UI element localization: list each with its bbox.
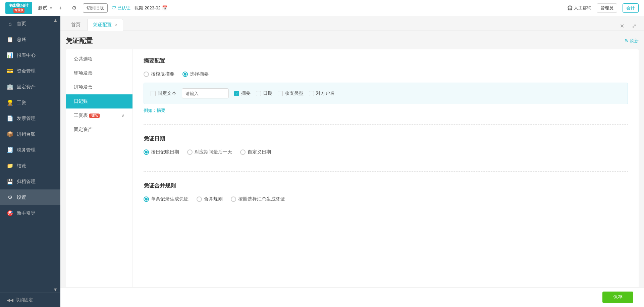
sidebar-label-cash: 资金管理	[17, 68, 36, 74]
sidebar-label-trade: 进销台账	[17, 131, 36, 137]
config-nav-sales-invoice[interactable]: 销项发票	[66, 66, 132, 80]
sidebar-item-invoice[interactable]: 📄 发票管理	[0, 111, 60, 126]
checkbox-summary[interactable]: ✓ 摘要	[234, 90, 251, 96]
summary-label: 摘要	[241, 90, 251, 96]
sidebar-label-tax: 税务管理	[17, 147, 36, 153]
tabs-bar: 首页 凭证配置 × ✕ ⤢	[60, 16, 644, 31]
page-title-bar: 凭证配置 ↻ 刷新	[66, 36, 639, 45]
sidebar-item-trade[interactable]: 📦 进销台账	[0, 126, 60, 142]
checkbox-date[interactable]: 日期	[256, 90, 272, 96]
checkbox-date-box	[256, 91, 261, 96]
company-chevron-icon: ▾	[50, 6, 52, 10]
close-tab-button[interactable]: ✕	[617, 21, 627, 31]
sidebar-label-close: 结账	[17, 163, 26, 169]
checkbox-fixed-text[interactable]: 固定文本	[151, 90, 176, 96]
sidebar-scroll-up-icon[interactable]: ▲	[53, 17, 58, 23]
sidebar-label-settings: 设置	[17, 194, 26, 201]
content-area: 首页 凭证配置 × ✕ ⤢ 凭证配置 ↻ 刷新	[60, 16, 644, 307]
cancel-fixed-label: 取消固定	[15, 297, 33, 303]
config-nav-payroll-table[interactable]: 工资表 NEW ∨	[66, 108, 132, 123]
accountant-button[interactable]: 会计	[623, 3, 639, 13]
sidebar-item-home[interactable]: ⌂ 首页	[0, 16, 60, 32]
radio-summary-generate-circle	[231, 196, 236, 202]
reports-icon: 📊	[7, 52, 13, 58]
radio-merge-rule[interactable]: 合并规则	[197, 196, 223, 202]
settings-icon: ⚙	[7, 194, 13, 201]
radio-template-summary[interactable]: 按模版摘要	[144, 71, 174, 77]
tab-home[interactable]: 首页	[66, 19, 86, 31]
expand-button[interactable]: ⤢	[629, 21, 639, 31]
config-nav-public[interactable]: 公共选项	[66, 52, 132, 66]
radio-period-last-day-circle	[187, 149, 193, 155]
radio-period-last-day[interactable]: 对应期间最后一天	[187, 149, 232, 155]
radio-period-last-day-label: 对应期间最后一天	[195, 149, 232, 155]
sidebar-scroll-down-icon[interactable]: ▼	[53, 287, 58, 292]
radio-summary-generate[interactable]: 按照选择汇总生成凭证	[231, 196, 285, 202]
sidebar-item-payroll[interactable]: 👷 工资	[0, 95, 60, 111]
sidebar-label-invoice: 发票管理	[17, 116, 36, 122]
settings-button[interactable]: ⚙	[69, 3, 79, 13]
radio-single-record-circle	[144, 196, 149, 202]
config-nav-purchase-invoice[interactable]: 进项发票	[66, 80, 132, 94]
merge-rules-section: 凭证合并规则 单条记录生成凭证 合并规则	[144, 182, 628, 218]
refresh-button[interactable]: ↻ 刷新	[625, 38, 639, 44]
checkbox-income-type[interactable]: 收支类型	[278, 90, 304, 96]
tab-close-icon[interactable]: ×	[115, 23, 117, 27]
radio-template-label: 按模版摘要	[151, 71, 174, 77]
radio-journal-date[interactable]: 按日记账日期	[144, 149, 179, 155]
verified-badge: 🛡 已认证	[112, 5, 130, 11]
sidebar-item-tutorial[interactable]: 🎯 新手引导	[0, 205, 60, 221]
checkbox-fixed-text-box	[151, 91, 156, 96]
fixed-text-input[interactable]	[182, 88, 229, 98]
sidebar-label-home: 首页	[17, 21, 26, 27]
radio-single-record-label: 单条记录生成凭证	[151, 196, 189, 202]
summary-options-box: 固定文本 ✓ 摘要 日期	[144, 83, 628, 104]
cancel-fixed-button[interactable]: ◀◀ 取消固定	[0, 293, 60, 307]
radio-single-record[interactable]: 单条记录生成凭证	[144, 196, 189, 202]
radio-custom-date-circle	[240, 149, 246, 155]
sidebar-label-assets: 固定资产	[17, 84, 36, 90]
sidebar-item-cash[interactable]: 💳 资金管理	[0, 63, 60, 79]
config-nav-purchase-invoice-label: 进项发票	[74, 84, 93, 90]
tab-voucher-config-label: 凭证配置	[93, 22, 112, 27]
app-logo: 畅捷通好会计 专业版	[5, 2, 32, 14]
refresh-icon: ↻	[625, 38, 629, 43]
tab-voucher-config[interactable]: 凭证配置 ×	[87, 19, 123, 31]
sidebar-item-settings[interactable]: ⚙ 设置	[0, 189, 60, 205]
radio-template-circle	[144, 72, 149, 77]
shield-icon: 🛡	[112, 5, 116, 10]
merge-rules-radio-group: 单条记录生成凭证 合并规则 按照选择汇总生成凭证	[144, 196, 628, 202]
config-nav-journal[interactable]: 日记账	[66, 94, 132, 108]
switch-old-version-button[interactable]: 切到旧版	[83, 3, 108, 13]
admin-button[interactable]: 管理员	[597, 3, 617, 13]
tutorial-icon: 🎯	[7, 210, 13, 216]
sidebar-item-archive[interactable]: 💾 归档管理	[0, 174, 60, 189]
period-info[interactable]: 账期 2023-02 📅	[135, 5, 167, 11]
sidebar-item-ledger[interactable]: 📋 总账	[0, 32, 60, 47]
company-selector[interactable]: 畅捷通好会计 专业版 测试 ▾	[5, 2, 52, 14]
merge-rules-title: 凭证合并规则	[144, 182, 628, 189]
summary-radio-group: 按模版摘要 选择摘要	[144, 71, 628, 77]
sidebar: ▲ ⌂ 首页 📋 总账 📊 报表中心 💳 资金管理 🏢 固定资产 👷 工资 📄 …	[0, 16, 60, 307]
ledger-icon: 📋	[7, 36, 13, 43]
checkbox-counterpart[interactable]: 对方户名	[309, 90, 335, 96]
sidebar-item-reports[interactable]: 📊 报表中心	[0, 47, 60, 63]
radio-select-summary[interactable]: 选择摘要	[182, 71, 209, 77]
example-text: 例如：摘要	[144, 107, 628, 114]
voucher-date-section: 凭证日期 按日记账日期 对应期间最后一天	[144, 135, 628, 172]
consult-button[interactable]: 🎧 人工咨询	[567, 5, 591, 11]
config-nav-fixed-assets[interactable]: 固定资产	[66, 123, 132, 137]
sidebar-item-tax[interactable]: 🧾 税务管理	[0, 142, 60, 158]
sidebar-item-close[interactable]: 📁 结账	[0, 158, 60, 174]
save-bar: 保存	[60, 287, 644, 307]
sidebar-label-ledger: 总账	[17, 37, 26, 43]
config-main: 摘要配置 按模版摘要 选择摘要	[133, 49, 639, 302]
summary-config-title: 摘要配置	[144, 57, 628, 64]
tab-home-label: 首页	[71, 22, 80, 27]
sidebar-item-assets[interactable]: 🏢 固定资产	[0, 79, 60, 95]
radio-custom-date[interactable]: 自定义日期	[240, 149, 271, 155]
save-button[interactable]: 保存	[602, 292, 633, 303]
assets-icon: 🏢	[7, 84, 13, 90]
period-label: 账期	[135, 5, 143, 11]
add-button[interactable]: +	[56, 3, 65, 13]
